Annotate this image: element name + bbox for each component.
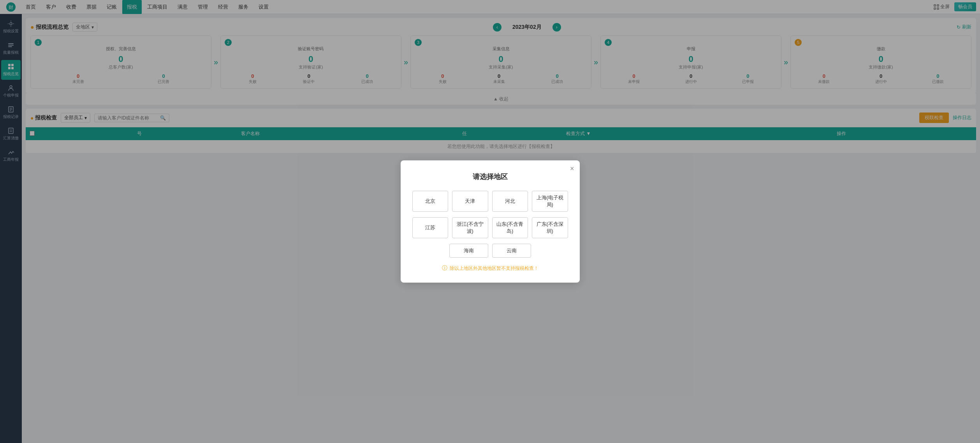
region-btn-zhejiang[interactable]: 浙江(不含宁波) [452, 217, 488, 238]
region-btn-jiangsu[interactable]: 江苏 [412, 217, 449, 238]
warning-icon: ⓘ [442, 265, 447, 272]
region-btn-tianjin[interactable]: 天津 [452, 191, 488, 212]
region-btn-beijing[interactable]: 北京 [412, 191, 449, 212]
region-grid-row1: 北京 天津 河北 上海(电子税局) [412, 191, 568, 212]
region-grid-row2: 江苏 浙江(不含宁波) 山东(不含青岛) 广东(不含深圳) [412, 217, 568, 238]
modal-title: 请选择地区 [412, 172, 568, 181]
region-select-modal: × 请选择地区 北京 天津 河北 上海(电子税局) 江苏 浙江(不含宁波) 山东… [401, 160, 580, 283]
region-btn-yunnan[interactable]: 云南 [492, 244, 531, 258]
region-btn-shandong[interactable]: 山东(不含青岛) [492, 217, 528, 238]
modal-overlay: × 请选择地区 北京 天津 河北 上海(电子税局) 江苏 浙江(不含宁波) 山东… [0, 0, 980, 443]
warning-text: 除以上地区外其他地区暂不支持报税检查！ [450, 265, 538, 272]
region-btn-hainan[interactable]: 海南 [449, 244, 488, 258]
region-btn-shanghai[interactable]: 上海(电子税局) [532, 191, 568, 212]
region-grid-row3: 海南 云南 [412, 244, 568, 258]
modal-warning: ⓘ 除以上地区外其他地区暂不支持报税检查！ [412, 265, 568, 272]
modal-close-btn[interactable]: × [570, 165, 574, 172]
region-btn-hebei[interactable]: 河北 [492, 191, 528, 212]
region-btn-guangdong[interactable]: 广东(不含深圳) [532, 217, 568, 238]
